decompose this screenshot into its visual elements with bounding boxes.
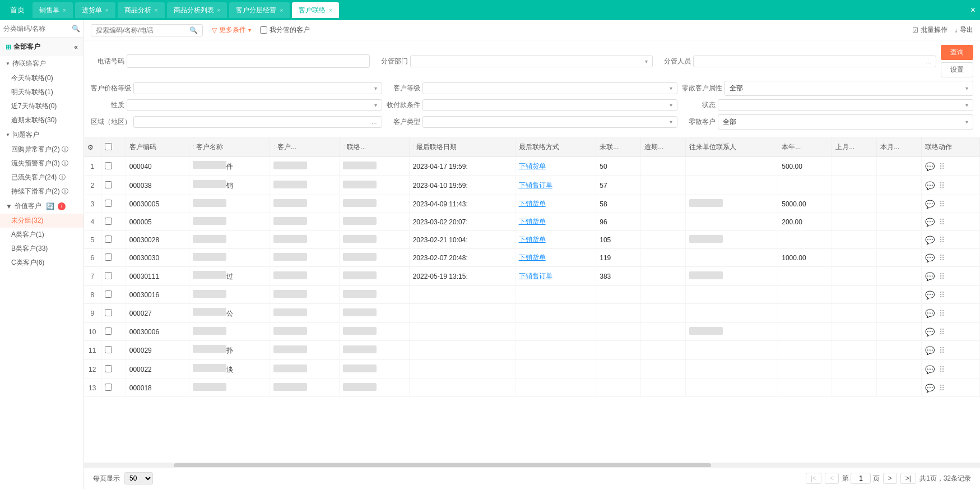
chat-icon[interactable]: 💬 (925, 181, 935, 190)
row-checkbox[interactable] (105, 384, 112, 391)
next-page-btn[interactable]: > (883, 473, 897, 484)
batch-operation-btn[interactable]: ☑ 批量操作 (912, 25, 948, 35)
row-checkbox[interactable] (105, 162, 112, 169)
retail-select[interactable]: 全部 ▾ (718, 114, 973, 130)
row-checkbox[interactable] (105, 272, 112, 279)
col-name[interactable]: : 客户名称 (189, 138, 270, 157)
menu-icon[interactable]: ⠿ (939, 253, 945, 262)
row-last-method[interactable]: 下销货单 (515, 195, 596, 213)
menu-icon[interactable]: ⠿ (939, 384, 945, 393)
row-name[interactable] (189, 323, 270, 341)
chat-icon[interactable]: 💬 (925, 253, 935, 262)
menu-icon[interactable]: ⠿ (939, 365, 945, 374)
row-name[interactable]: 扑 (189, 341, 270, 360)
row-checkbox[interactable] (105, 181, 112, 188)
menu-icon[interactable]: ⠿ (939, 327, 945, 336)
sidebar-section-pending[interactable]: ▼ 待联络客户 (0, 56, 83, 71)
row-last-method[interactable]: 下销货单 (515, 213, 596, 231)
my-customers-check[interactable] (260, 26, 267, 34)
nav-tab-customer-contact[interactable]: 客户联络 × (292, 2, 339, 18)
scatter-attr-select[interactable]: 全部 ▾ (724, 81, 973, 96)
status-select[interactable]: ▾ (718, 99, 973, 111)
row-checkbox-cell[interactable] (101, 286, 126, 304)
col-contact[interactable]: : 联络... (340, 138, 409, 157)
chat-icon[interactable]: 💬 (925, 236, 935, 245)
row-last-method[interactable]: 下销货单 (515, 231, 596, 249)
row-checkbox-cell[interactable] (101, 195, 126, 213)
row-last-method[interactable] (515, 304, 596, 323)
first-page-btn[interactable]: |< (806, 473, 821, 484)
nature-select[interactable]: ▾ (127, 99, 382, 111)
dept-select[interactable]: ▾ (410, 56, 653, 67)
menu-icon[interactable]: ⠿ (939, 200, 945, 209)
row-name[interactable] (189, 195, 270, 213)
sidebar-item-churned[interactable]: 已流失客户(24) ⓘ (0, 170, 83, 184)
close-sales-tab[interactable]: × (63, 7, 66, 13)
menu-icon[interactable]: ⠿ (939, 290, 945, 299)
sidebar-section-problem[interactable]: ▼ 问题客户 (0, 127, 83, 142)
row-checkbox[interactable] (105, 365, 112, 372)
row-checkbox-cell[interactable] (101, 213, 126, 231)
row-checkbox[interactable] (105, 290, 112, 298)
chat-icon[interactable]: 💬 (925, 384, 935, 393)
row-checkbox-cell[interactable] (101, 249, 126, 267)
sidebar-item-classA[interactable]: A类客户(1) (0, 228, 83, 242)
nav-tab-analysis[interactable]: 商品分析 × (118, 2, 165, 18)
row-name[interactable]: 过 (189, 267, 270, 286)
col-overdue[interactable]: 逾期... (641, 138, 686, 157)
close-customer-contact-tab[interactable]: × (329, 7, 332, 13)
query-button[interactable]: 查询 (941, 45, 973, 60)
col-checkbox[interactable] (101, 138, 126, 157)
row-checkbox[interactable] (105, 200, 112, 207)
menu-icon[interactable]: ⠿ (939, 272, 945, 281)
menu-icon[interactable]: ⠿ (939, 218, 945, 227)
sidebar-item-7days[interactable]: 近7天待联络(0) (0, 99, 83, 113)
col-type[interactable]: : 客户... (270, 138, 340, 157)
close-purchase-tab[interactable]: × (105, 7, 109, 13)
price-level-select[interactable]: ▾ (133, 82, 382, 94)
row-name[interactable]: 件 (189, 157, 270, 176)
close-all-tabs[interactable]: × (970, 5, 976, 15)
close-analysis-list-tab[interactable]: × (217, 7, 221, 13)
row-checkbox[interactable] (105, 253, 112, 261)
row-name[interactable] (189, 231, 270, 249)
row-last-method[interactable] (515, 323, 596, 341)
row-last-method[interactable] (515, 360, 596, 379)
menu-icon[interactable]: ⠿ (939, 181, 945, 190)
settings-icon[interactable]: ⚙ (87, 144, 94, 151)
chat-icon[interactable]: 💬 (925, 365, 935, 374)
search-icon[interactable]: 🔍 (189, 26, 198, 34)
horizontal-scrollbar[interactable] (84, 463, 980, 467)
phone-input[interactable] (127, 54, 370, 68)
row-last-method[interactable]: 下销售订单 (515, 176, 596, 195)
col-last-method[interactable]: 最后联络方式 (515, 138, 596, 157)
refresh-icon[interactable]: 🔄 (46, 202, 54, 210)
main-search-input[interactable] (96, 26, 187, 34)
chat-icon[interactable]: 💬 (925, 327, 935, 336)
prev-page-btn[interactable]: < (825, 473, 839, 484)
col-partner-contact[interactable]: 往来单位联系人 (686, 138, 778, 157)
row-checkbox-cell[interactable] (101, 360, 126, 379)
close-analysis-tab[interactable]: × (155, 7, 158, 13)
page-number-input[interactable] (851, 473, 871, 484)
col-settings[interactable]: ⚙ (84, 138, 101, 157)
row-checkbox[interactable] (105, 236, 112, 243)
row-name[interactable]: 淡 (189, 360, 270, 379)
chat-icon[interactable]: 💬 (925, 218, 935, 227)
row-last-method[interactable]: 下销货单 (515, 249, 596, 267)
sidebar-item-ungrouped[interactable]: 未分组(32) (0, 214, 83, 228)
row-name[interactable] (189, 213, 270, 231)
row-checkbox-cell[interactable] (101, 231, 126, 249)
sidebar-search-input[interactable] (3, 25, 69, 33)
row-name[interactable] (189, 379, 270, 397)
nav-tab-purchase[interactable]: 进货单 × (75, 2, 115, 18)
menu-icon[interactable]: ⠿ (939, 236, 945, 245)
row-last-method[interactable]: 下销售订单 (515, 267, 596, 286)
last-page-btn[interactable]: >| (900, 473, 916, 484)
reset-button[interactable]: 设置 (941, 62, 973, 77)
row-checkbox-cell[interactable] (101, 304, 126, 323)
menu-icon[interactable]: ⠿ (939, 162, 945, 171)
my-customers-checkbox[interactable]: 我分管的客户 (260, 25, 310, 35)
sidebar-collapse-icon[interactable]: « (74, 43, 78, 51)
row-checkbox-cell[interactable] (101, 341, 126, 360)
